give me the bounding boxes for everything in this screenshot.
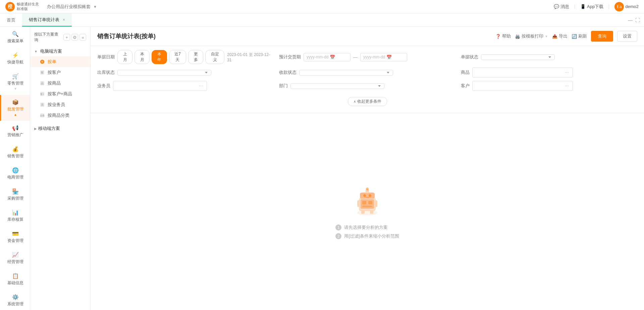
system-icon: ⚙️	[2, 294, 29, 300]
salesrep-input[interactable]: ···	[113, 81, 207, 91]
sidebar-item-search[interactable]: 🔍 搜索菜单	[0, 27, 30, 48]
ecommerce-icon: 🌐	[2, 167, 29, 173]
message-icon: 💬	[554, 4, 559, 9]
scheme-item-by-goods[interactable]: 品 按商品	[30, 78, 90, 89]
last-month-button[interactable]: 上月	[117, 50, 132, 64]
svg-point-27	[366, 188, 369, 190]
sidebar-item-system[interactable]: ⚙️ 系统管理	[0, 290, 30, 310]
scheme-label-by-order: 按单	[48, 59, 56, 65]
mobile-section-header[interactable]: ▶ 移动端方案	[30, 123, 90, 134]
page-actions: ❓ 帮助 🖨️ 按模板打印 ▼ 📤 导出 🔄 刷新	[495, 31, 637, 42]
filter-bill-status-item: 单据状态	[461, 54, 637, 60]
mobile-section-arrow-icon: ▶	[34, 127, 37, 131]
add-scheme-button[interactable]: +	[63, 34, 70, 41]
message-button[interactable]: 💬 消息	[554, 4, 569, 10]
receipt-status-select[interactable]	[299, 70, 393, 75]
custom-date-button[interactable]: 自定义	[205, 50, 224, 64]
export-button[interactable]: 📤 导出	[552, 33, 568, 39]
by-salesperson-icon: 员	[40, 102, 45, 107]
user-menu[interactable]: Ea demo2	[614, 2, 639, 11]
print-arrow-icon: ▼	[545, 35, 548, 38]
search-icon: 🔍	[2, 31, 29, 37]
sidebar-item-quicknav[interactable]: ⚡ 快捷导航	[0, 48, 30, 69]
scheme-item-by-order[interactable]: 单 按单	[30, 56, 90, 67]
window-max-icon[interactable]: ⛶	[635, 17, 640, 23]
sidebar-item-operation[interactable]: 📈 经营管理	[0, 248, 30, 269]
sidebar-item-finance[interactable]: 💳 资金管理	[0, 226, 30, 248]
receipt-status-arrow-icon	[387, 72, 389, 73]
sidebar-item-sales[interactable]: 💰 销售管理	[0, 142, 30, 163]
collapse-panel-button[interactable]: «	[79, 34, 86, 41]
date-label: 单据日期	[97, 54, 115, 60]
collapse-label: 收起更多条件	[357, 99, 381, 104]
wholesale-icon: 📦	[2, 99, 29, 105]
avatar: Ea	[614, 2, 624, 11]
date-quick-buttons: 上月 本月 本年 近7天 更多 自定义	[117, 50, 224, 64]
sidebar-label-inventory: 库存核算	[2, 217, 29, 222]
delivery-from-input[interactable]: yyyy-mm-dd 📅	[304, 53, 351, 61]
sidebar-item-purchase[interactable]: 🏪 采购管理	[0, 184, 30, 205]
by-goods-icon: 品	[40, 81, 45, 86]
scheme-item-by-category[interactable]: 分类 按商品分类	[30, 110, 90, 121]
salesrep-label: 业务员	[97, 83, 110, 89]
sidebar-item-basic[interactable]: 📋 基础信息	[0, 269, 30, 290]
department-arrow-icon	[378, 85, 381, 87]
tab-sales-order[interactable]: 销售订单统计表 ×	[22, 13, 72, 27]
print-button[interactable]: 🖨️ 按模板打印 ▼	[515, 33, 548, 39]
app-download-button[interactable]: 📱 App下载	[580, 4, 603, 10]
filter-delivery-item: 预计交货期 yyyy-mm-dd 📅 — yyyy-mm-dd 📅	[279, 53, 455, 61]
tip1-num: 1	[335, 224, 341, 230]
goods-dots-icon[interactable]: ···	[565, 69, 569, 75]
scheme-item-by-customer[interactable]: 客 按客户	[30, 67, 90, 78]
customer-dots-icon[interactable]: ···	[565, 83, 569, 89]
tab-home[interactable]: 首页	[0, 13, 22, 27]
svg-rect-25	[365, 197, 369, 198]
svg-rect-21	[370, 210, 373, 214]
more-date-button[interactable]: 更多	[188, 50, 203, 64]
query-button[interactable]: 查询	[591, 31, 613, 42]
sidebar-label-purchase: 采购管理	[2, 196, 29, 201]
salesrep-dots-icon[interactable]: ···	[199, 83, 203, 89]
ship-status-select[interactable]	[117, 70, 211, 75]
sidebar-item-retail[interactable]: 🛒 零售管理 ▼	[0, 69, 30, 95]
pc-section-header[interactable]: ▼ 电脑端方案	[30, 46, 90, 56]
svg-text:员: 员	[41, 103, 44, 106]
help-button[interactable]: ❓ 帮助	[495, 33, 511, 39]
empty-illustration	[351, 184, 384, 218]
pc-section-arrow-icon: ▼	[34, 50, 38, 53]
left-panel-actions: + ⚙ «	[63, 34, 86, 41]
empty-tip-1: 1 请先选择要分析的方案	[335, 224, 399, 230]
refresh-button[interactable]: 🔄 刷新	[572, 33, 587, 39]
sidebar-item-ecommerce[interactable]: 🌐 电商管理	[0, 163, 30, 184]
sidebar-item-inventory[interactable]: 📊 库存核算	[0, 205, 30, 226]
sidebar-item-wholesale[interactable]: 📦 批发管理 ▲	[0, 95, 30, 121]
tab-close-icon[interactable]: ×	[63, 17, 65, 22]
customer-input[interactable]: ···	[472, 81, 573, 91]
this-month-button[interactable]: 本月	[135, 50, 150, 64]
this-year-button[interactable]: 本年	[152, 50, 167, 64]
collapse-button[interactable]: ∧ 收起更多条件	[348, 97, 387, 106]
department-select[interactable]	[290, 83, 384, 89]
receipt-status-label: 收款状态	[279, 69, 297, 75]
tab-sales-order-label: 销售订单统计表	[29, 17, 59, 23]
filter-department-item: 部门	[279, 83, 455, 89]
setting-scheme-button[interactable]: ⚙	[71, 34, 78, 41]
scheme-item-by-customer-goods[interactable]: 客+ 按客户+商品	[30, 89, 90, 99]
svg-rect-15	[362, 201, 366, 204]
last-7days-button[interactable]: 近7天	[169, 50, 186, 64]
top-header: 橙 畅捷通好生意 标准版 办公用品行业模拟账套 ▼ 💬 消息 📱 App下载 E…	[0, 0, 644, 13]
delivery-to-text: yyyy-mm-dd	[363, 55, 385, 59]
settings-button[interactable]: 设置	[617, 31, 637, 42]
goods-input[interactable]: ···	[472, 67, 573, 78]
window-min-icon[interactable]: —	[628, 17, 633, 23]
bill-status-select[interactable]	[481, 54, 555, 60]
message-label: 消息	[560, 4, 569, 10]
sidebar-label-wholesale: 批发管理	[2, 106, 29, 112]
filter-row-2: 出库状态 收款状态 商品	[97, 67, 637, 78]
breadcrumb-arrow-icon[interactable]: ▼	[93, 5, 97, 9]
sidebar-item-marketing[interactable]: 📢 营销推广	[0, 121, 30, 142]
scheme-item-by-salesperson[interactable]: 员 按业务员	[30, 99, 90, 110]
delivery-to-input[interactable]: yyyy-mm-dd 📅	[360, 53, 407, 61]
svg-rect-20	[361, 210, 365, 214]
inventory-icon: 📊	[2, 209, 29, 216]
